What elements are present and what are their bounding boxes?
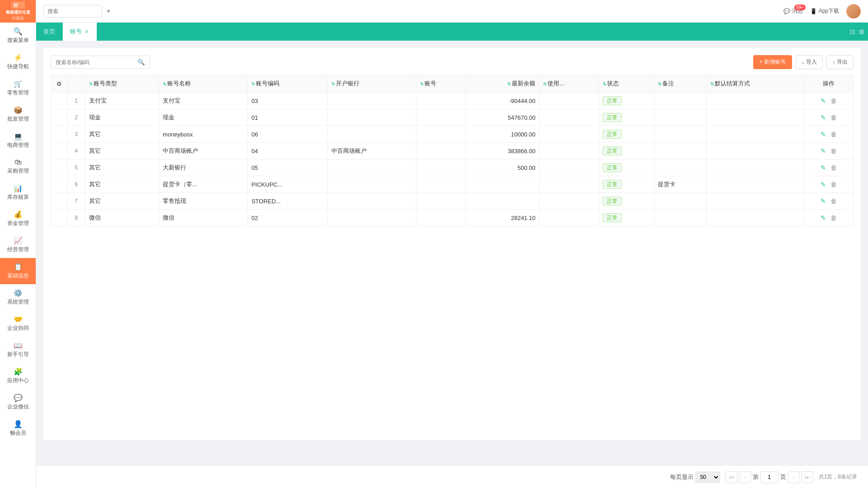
sidebar-item-search-menu[interactable]: 🔍 搜索菜单 [0,23,36,49]
app-download-button[interactable]: 📱 App下载 [810,7,839,15]
dropdown-arrow-icon[interactable]: ▼ [106,8,111,14]
delete-icon[interactable]: 🗑 [830,131,837,138]
sidebar-item-enterprise-wx[interactable]: 💬 企业微信 [0,389,36,415]
cell-settings [51,126,67,143]
sidebar-item-quick-nav[interactable]: ⚡ 快捷导航 [0,49,36,75]
main-area: ▼ 💬 消息 99+ 📱 App下载 首页 账号 ✕ ⊡ ⊞ [36,0,868,488]
sidebar-item-finance-mgmt[interactable]: 💰 资金管理 [0,206,36,232]
th-code[interactable]: ⇅账号编码 [248,75,328,93]
status-badge: 正常 [603,96,622,105]
sidebar-item-biz-agreement[interactable]: 🤝 企业协同 [0,310,36,337]
page-input[interactable] [760,471,778,483]
edit-icon[interactable]: ✎ [821,164,826,171]
cell-name: 提货卡（零... [159,176,248,193]
search-input[interactable] [51,56,133,68]
app-download-label: App下载 [819,7,839,15]
edit-icon[interactable]: ✎ [821,197,826,205]
edit-icon[interactable]: ✎ [821,147,826,155]
table-row: 4 其它 中百商场账户 04 中百商场账户 383866.00 正常 ✎ 🗑 [51,143,854,160]
search-box: 🔍 [51,56,150,69]
last-page-button[interactable]: ⏭ [802,471,813,483]
pagination-bar: 每页显示 50 100 200 ⏮ ‹ 第 页 › ⏭ 共1页，8条记录 [36,465,868,488]
th-name[interactable]: ⇅账号名称 [159,75,248,93]
th-type[interactable]: ⇅账号类型 [85,75,159,93]
first-page-button[interactable]: ⏮ [726,471,737,483]
tab-restore-icon[interactable]: ⊡ [850,28,855,35]
message-badge: 99+ [794,5,806,10]
sidebar-item-retail-mgmt[interactable]: 🛒 零售管理 [0,75,36,101]
cell-bank [327,126,416,143]
th-settings[interactable]: ⚙ [51,75,67,93]
sidebar-item-label: 畅会员 [10,430,26,436]
tab-home[interactable]: 首页 [36,23,63,41]
cell-status: 正常 [599,176,654,193]
cell-code: 06 [248,126,328,143]
th-status[interactable]: ⇅状态 [599,75,654,93]
edit-icon[interactable]: ✎ [821,97,826,104]
delete-icon[interactable]: 🗑 [830,114,837,121]
prev-page-button[interactable]: ‹ [739,471,751,483]
th-default-settle[interactable]: ⇅默认结算方式 [706,75,804,93]
delete-icon[interactable]: 🗑 [830,97,837,104]
user-avatar[interactable] [846,4,861,19]
sidebar-item-app-center[interactable]: 🧩 应用中心 [0,363,36,389]
delete-icon[interactable]: 🗑 [830,197,837,205]
table-row: 7 其它 零售抵现 STORED... 正常 ✎ 🗑 [51,193,854,210]
tab-accounts[interactable]: 账号 ✕ [63,23,97,41]
import-button[interactable]: ↓ 导入 [796,55,823,69]
delete-icon[interactable]: 🗑 [830,147,837,155]
edit-icon[interactable]: ✎ [821,114,826,121]
add-account-button[interactable]: + 新增账号 [753,55,792,69]
sidebar-item-biz-mgmt[interactable]: 📈 经营管理 [0,232,36,258]
cell-name: 中百商场账户 [159,143,248,160]
delete-icon[interactable]: 🗑 [830,164,837,171]
tab-close-icon[interactable]: ✕ [85,28,89,35]
th-balance[interactable]: ⇅最新余额 [466,75,539,93]
tab-expand-icon[interactable]: ⊞ [859,28,864,35]
header-search-input[interactable] [43,5,102,18]
cell-remark [654,109,707,126]
finance-mgmt-icon: 💰 [2,210,34,219]
delete-icon[interactable]: 🗑 [830,181,837,188]
edit-icon[interactable]: ✎ [821,181,826,188]
cell-name: 支付宝 [159,93,248,109]
cell-status: 正常 [599,193,654,210]
cell-bank [327,93,416,109]
sidebar-item-basic-info[interactable]: 📋 基础信息 [0,258,36,284]
th-bank[interactable]: ⇅开户银行 [327,75,416,93]
cell-bank: 中百商场账户 [327,143,416,160]
per-page-dropdown[interactable]: 50 100 200 [695,472,720,483]
th-account[interactable]: ⇅账号 [416,75,465,93]
sidebar-item-wholesale-mgmt[interactable]: 📦 批发管理 [0,101,36,127]
sidebar-item-sys-mgmt[interactable]: ⚙️ 系统管理 [0,284,36,310]
sidebar-item-member[interactable]: 👤 畅会员 [0,415,36,441]
th-num [67,75,85,93]
cell-default-settle [706,193,804,210]
sidebar-item-newbie-guide[interactable]: 📖 新手引导 [0,337,36,363]
sidebar-item-label: 搜索菜单 [7,37,29,43]
next-page-button[interactable]: › [788,471,800,483]
retail-mgmt-icon: 🛒 [2,80,34,88]
delete-icon[interactable]: 🗑 [830,214,837,221]
sidebar-item-label: 零售管理 [7,89,29,96]
export-button[interactable]: ↑ 导出 [826,55,854,69]
total-info: 共1页，8条记录 [819,473,857,481]
cell-usage [539,193,599,210]
import-label: 导入 [806,58,817,66]
th-remark[interactable]: ⇅备注 [654,75,707,93]
cell-remark [654,126,707,143]
th-usage[interactable]: ⇅使用... [539,75,599,93]
sidebar-item-ecom-mgmt[interactable]: 💻 电商管理 [0,127,36,154]
sidebar-item-purchase-mgmt[interactable]: 🛍 采购管理 [0,154,36,179]
sort-type-icon: ⇅ [89,81,93,86]
cell-account [416,126,465,143]
search-button[interactable]: 🔍 [133,56,150,68]
sidebar-item-label: 企业协同 [7,325,29,331]
sort-balance-icon: ⇅ [507,81,511,86]
message-button[interactable]: 💬 消息 99+ [783,7,803,15]
edit-icon[interactable]: ✎ [821,131,826,138]
cell-status: 正常 [599,143,654,160]
edit-icon[interactable]: ✎ [821,214,826,221]
sidebar-item-inventory[interactable]: 📊 库存核算 [0,179,36,206]
cell-type: 其它 [85,193,159,210]
